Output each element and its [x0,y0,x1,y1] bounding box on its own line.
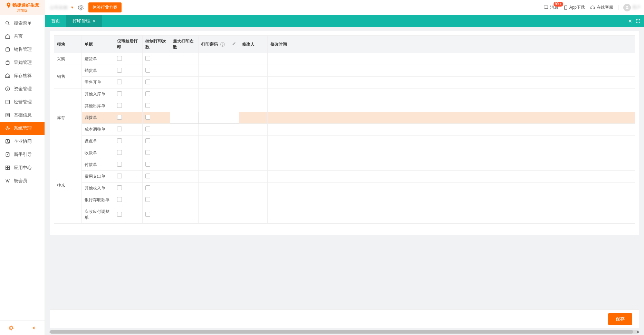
cell-doc: 进货单 [82,53,114,65]
checkbox[interactable] [145,162,150,167]
checkbox[interactable] [117,150,122,155]
cell-max-count[interactable] [170,112,199,124]
table-row: 应收应付调整单 [54,206,635,224]
sidebar-item-6[interactable]: 经营管理 [0,95,45,109]
sidebar-item-1[interactable]: 首页 [0,30,45,43]
checkbox[interactable] [117,174,122,178]
online-service-button[interactable]: 在线客服 [590,4,613,10]
checkbox[interactable] [117,56,122,61]
cell-approved-only [114,112,143,124]
checkbox[interactable] [145,68,150,73]
sidebar-item-8[interactable]: 系统管理 [0,122,45,135]
sidebar-item-label: 搜索菜单 [14,20,32,26]
fullscreen-button[interactable] [636,19,641,24]
operation-icon [5,99,10,105]
cell-max-count [170,183,199,194]
th-module: 模块 [54,36,82,53]
checkbox[interactable] [117,115,122,120]
sidebar-item-10[interactable]: 新手引导 [0,148,45,161]
gear-icon [78,5,84,10]
tab-print-management[interactable]: 打印管理 ✕ [66,15,102,27]
checkbox[interactable] [117,212,122,217]
tab-home[interactable]: 首页 [45,15,66,27]
cell-password [199,124,239,136]
checkbox[interactable] [117,162,122,167]
search-icon [5,20,10,26]
scroll-right-icon[interactable]: ▶ [637,330,640,334]
checkbox[interactable] [145,103,150,108]
th-modifier: 修改人 [239,36,268,53]
sidebar-item-7[interactable]: 基础信息 [0,109,45,122]
checkbox[interactable] [145,197,150,202]
checkbox[interactable] [145,80,150,84]
cell-modifier [239,206,268,224]
settings-button[interactable] [78,5,84,10]
help-icon[interactable]: ? [220,42,225,47]
sidebar-item-4[interactable]: 库存核算 [0,69,45,82]
table-row: 零售开单 [54,77,635,89]
save-button[interactable]: 保存 [608,313,632,325]
cell-module: 库存 [54,89,82,147]
checkbox[interactable] [145,138,150,143]
checkbox[interactable] [117,103,122,108]
sidebar-item-11[interactable]: 应用中心 [0,161,45,174]
cell-modifier [239,65,268,77]
cell-max-count [170,171,199,183]
cell-modifier [239,77,268,89]
checkbox[interactable] [145,91,150,96]
checkbox[interactable] [145,127,150,131]
checkbox[interactable] [145,150,150,155]
cell-approved-only [114,171,143,183]
table-row: 成本调整单 [54,124,635,136]
sidebar-item-5[interactable]: ¥资金管理 [0,82,45,95]
checkbox[interactable] [145,115,150,120]
checkbox[interactable] [117,68,122,73]
checkbox[interactable] [145,174,150,178]
checkbox[interactable] [117,91,122,96]
expand-icon [636,19,641,24]
checkbox[interactable] [145,212,150,217]
brand-logo: 畅捷通好生意 精简版 [0,0,45,15]
scrollbar-thumb[interactable] [50,330,633,334]
cell-control-count [143,159,170,171]
sidebar-item-9[interactable]: 企业协同 [0,135,45,148]
cell-max-count [170,194,199,206]
cell-modify-time [268,100,635,112]
tab-close-all-button[interactable]: ✕ [628,18,632,24]
svg-rect-16 [8,166,10,168]
sidebar-settings-button[interactable] [9,325,14,331]
sidebar-item-0[interactable]: 搜索菜单 [0,17,45,30]
checkbox[interactable] [145,56,150,61]
sidebar-item-3[interactable]: 采购管理 [0,56,45,69]
th-doc: 单据 [82,36,114,53]
cell-max-count [170,53,199,65]
cell-modifier [239,136,268,147]
checkbox[interactable] [117,80,122,84]
checkbox[interactable] [117,127,122,131]
checkbox[interactable] [117,138,122,143]
messages-button[interactable]: 消息 99 + [543,4,558,10]
checkbox[interactable] [117,197,122,202]
checkbox[interactable] [145,185,150,190]
cell-doc: 其他收入单 [82,183,114,194]
checkbox[interactable] [117,185,122,190]
close-icon[interactable]: ✕ [93,19,96,24]
cell-module: 销售 [54,65,82,89]
edit-icon[interactable] [232,41,236,46]
home-icon [5,34,10,39]
user-menu[interactable]: 用户 [623,4,641,11]
cell-modifier [239,183,268,194]
horizontal-scrollbar[interactable]: ◀ ▶ [50,330,639,334]
sales-icon [5,47,10,52]
cell-modify-time [268,159,635,171]
sidebar-item-2[interactable]: 销售管理 [0,43,45,56]
app-download-button[interactable]: App下载 [563,4,585,10]
sidebar-item-12[interactable]: 畅会员 [0,174,45,187]
sidebar-item-label: 应用中心 [14,165,32,171]
sidebar-collapse-button[interactable] [31,325,36,331]
cell-password[interactable] [199,112,239,124]
sidebar-item-label: 库存核算 [14,73,32,79]
cell-doc: 应收应付调整单 [82,206,114,224]
cta-button[interactable]: 体验行业方案 [88,2,122,12]
company-selector[interactable]: 公司名称 ▼ [50,4,74,11]
